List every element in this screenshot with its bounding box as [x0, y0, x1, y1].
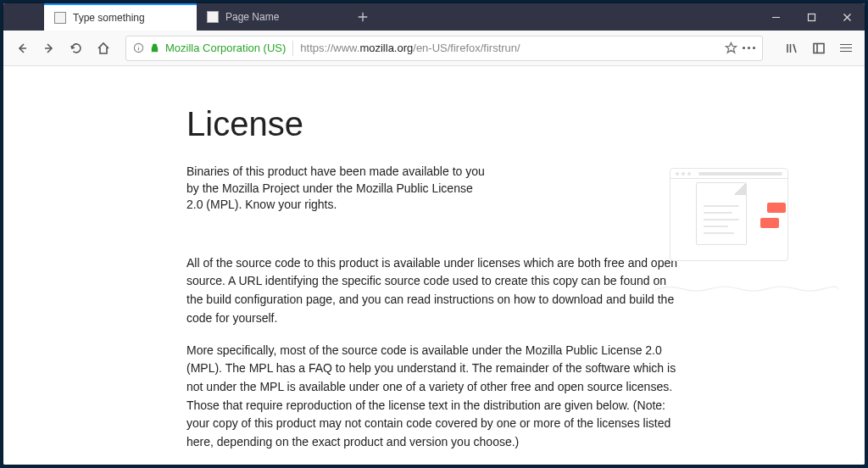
window-controls	[758, 3, 865, 31]
tab-favicon	[207, 11, 219, 23]
page-actions-icon[interactable]	[743, 47, 755, 49]
page-heading: License	[186, 105, 698, 143]
page-body: License Binaries of this product have be…	[3, 66, 698, 465]
menu-icon[interactable]	[834, 36, 858, 60]
titlebar: Type something Page Name	[3, 3, 865, 31]
site-info-icon[interactable]	[133, 42, 144, 53]
home-button[interactable]	[92, 36, 115, 60]
paragraph-2: More specifically, most of the source co…	[186, 342, 678, 452]
tab-favicon	[54, 12, 66, 24]
navigation-toolbar: Mozilla Corporation (US) https://www.moz…	[3, 31, 865, 66]
tab-1[interactable]: Type something	[44, 3, 197, 31]
tab-strip: Type something Page Name	[3, 3, 758, 31]
library-icon[interactable]	[780, 36, 804, 60]
lock-icon[interactable]	[149, 42, 160, 53]
sidebar-icon[interactable]	[807, 36, 831, 60]
browser-window: Type something Page Name	[3, 3, 865, 465]
url-domain: mozilla.org	[359, 42, 413, 54]
maximize-button[interactable]	[793, 3, 829, 31]
url-text: https://www.mozilla.org/en-US/firefox/fi…	[300, 42, 720, 54]
close-button[interactable]	[829, 3, 865, 31]
url-organization: Mozilla Corporation (US)	[165, 42, 286, 54]
url-path: /en-US/firefox/firstrun/	[413, 42, 520, 54]
toolbar-right	[780, 36, 858, 60]
tab-label: Page Name	[225, 11, 279, 23]
paragraph-1: All of the source code to this product i…	[186, 254, 678, 328]
license-illustration	[644, 159, 831, 287]
back-button[interactable]	[10, 36, 34, 60]
address-bar[interactable]: Mozilla Corporation (US) https://www.moz…	[125, 36, 763, 61]
page-content: License Binaries of this product have be…	[3, 66, 865, 465]
url-separator	[292, 41, 293, 56]
svg-rect-3	[808, 14, 815, 20]
svg-rect-15	[814, 43, 824, 53]
url-prefix: https://www.	[300, 42, 359, 54]
forward-button[interactable]	[37, 36, 61, 60]
new-tab-button[interactable]	[349, 3, 376, 31]
tab-2[interactable]: Page Name	[197, 3, 349, 31]
svg-line-14	[793, 44, 796, 53]
tab-label: Type something	[73, 12, 145, 24]
minimize-button[interactable]	[758, 3, 793, 31]
reload-button[interactable]	[64, 36, 88, 60]
svg-marker-11	[726, 42, 736, 53]
intro-paragraph: Binaries of this product have been made …	[186, 164, 492, 214]
bookmark-star-icon[interactable]	[725, 42, 737, 54]
